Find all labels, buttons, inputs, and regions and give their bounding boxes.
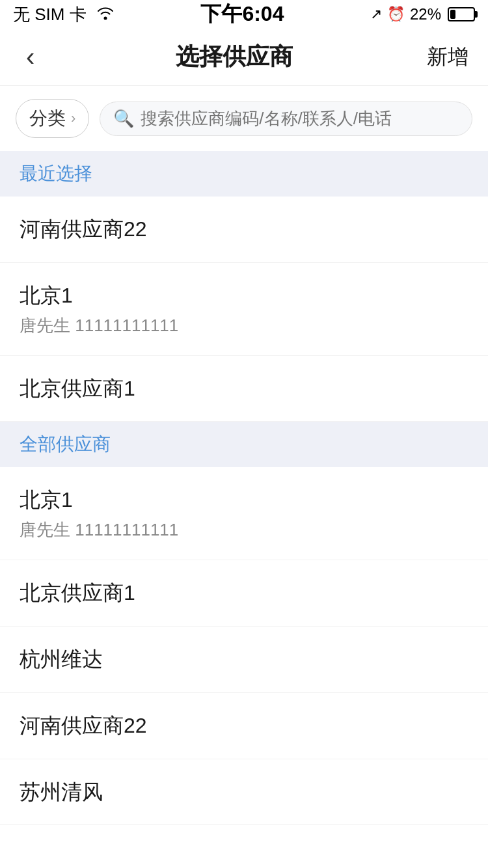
recent-items-list: 河南供应商22北京1唐先生 11111111111北京供应商1 — [0, 197, 488, 422]
item-name: 杭州维达 — [20, 645, 468, 674]
sim-status: 无 SIM 卡 — [13, 5, 87, 24]
list-item[interactable]: 北京供应商1 — [0, 560, 488, 627]
list-item[interactable]: 北京1唐先生 11111111111 — [0, 467, 488, 560]
nav-bar: ‹ 选择供应商 新增 — [0, 29, 488, 86]
item-sub: 唐先生 11111111111 — [20, 314, 468, 337]
all-items-list: 北京1唐先生 11111111111北京供应商1杭州维达河南供应商22苏州清风 — [0, 467, 488, 825]
status-time: 下午6:04 — [200, 0, 284, 29]
alarm-icon: ⏰ — [387, 6, 405, 23]
list-item[interactable]: 河南供应商22 — [0, 693, 488, 759]
location-icon: ↗ — [370, 6, 382, 23]
search-input[interactable] — [141, 109, 459, 129]
item-name: 河南供应商22 — [20, 215, 468, 244]
item-name: 北京1 — [20, 281, 468, 310]
recent-section-header: 最近选择 — [0, 151, 488, 197]
item-name: 北京供应商1 — [20, 578, 468, 608]
all-section-header: 全部供应商 — [0, 422, 488, 467]
page-title: 选择供应商 — [176, 41, 293, 73]
chevron-right-icon: › — [71, 110, 75, 127]
status-left: 无 SIM 卡 — [13, 3, 115, 26]
filter-bar: 分类 › 🔍 — [0, 86, 488, 151]
back-button[interactable]: ‹ — [20, 36, 41, 78]
search-box[interactable]: 🔍 — [100, 102, 472, 136]
search-icon: 🔍 — [113, 109, 134, 129]
item-name: 北京1 — [20, 485, 468, 515]
status-bar: 无 SIM 卡 下午6:04 ↗ ⏰ 22% — [0, 0, 488, 29]
add-button[interactable]: 新增 — [427, 43, 468, 72]
battery-percent: 22% — [410, 5, 441, 23]
category-filter-button[interactable]: 分类 › — [16, 99, 89, 138]
list-item[interactable]: 河南供应商22 — [0, 197, 488, 263]
wifi-icon — [96, 5, 115, 24]
list-item[interactable]: 杭州维达 — [0, 627, 488, 693]
list-item[interactable]: 北京1唐先生 11111111111 — [0, 263, 488, 356]
item-name: 河南供应商22 — [20, 711, 468, 740]
list-item[interactable]: 苏州清风 — [0, 759, 488, 826]
list-item[interactable]: 北京供应商1 — [0, 356, 488, 422]
status-right: ↗ ⏰ 22% — [370, 5, 475, 23]
category-label: 分类 — [29, 106, 66, 131]
item-name: 苏州清风 — [20, 778, 468, 807]
item-name: 北京供应商1 — [20, 374, 468, 403]
battery-icon — [448, 7, 475, 21]
item-sub: 唐先生 11111111111 — [20, 519, 468, 541]
